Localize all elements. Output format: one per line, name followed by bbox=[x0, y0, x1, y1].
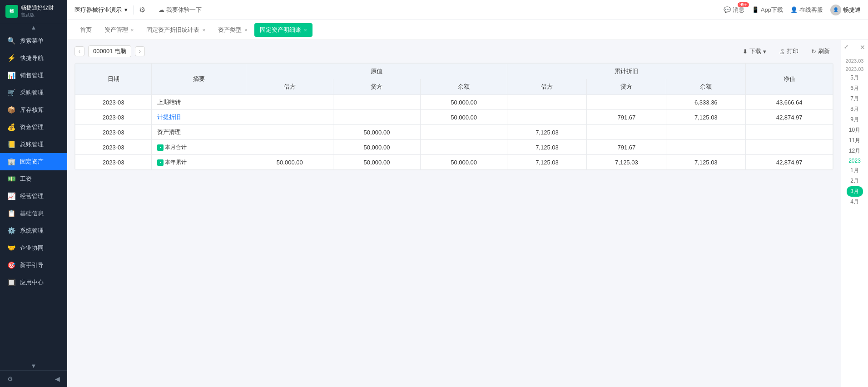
sidebar-item-sales[interactable]: 📊 销售管理 bbox=[0, 67, 67, 84]
sidebar-scroll-down[interactable]: ▼ bbox=[0, 361, 67, 370]
topbar-divider2 bbox=[151, 5, 151, 15]
sidebar-item-quicknav[interactable]: ⚡ 快捷导航 bbox=[0, 50, 67, 67]
timeline-panel: ✕ ⤢ 2023.03 2023.03 5月6月7月8月9月10月11月12月 … bbox=[841, 40, 868, 387]
settings-icon[interactable]: ⚙ bbox=[7, 375, 13, 382]
user-profile[interactable]: 👤 畅捷通 bbox=[830, 5, 861, 15]
td-summary: ▪本月合计 bbox=[152, 140, 246, 155]
next-asset-button[interactable]: › bbox=[135, 46, 145, 56]
timeline-year-2023-label[interactable]: 2023 bbox=[841, 156, 868, 165]
tab-depreciation-stat-label: 固定资产折旧统计表 bbox=[146, 26, 199, 34]
timeline-month-8月[interactable]: 8月 bbox=[849, 104, 860, 114]
table-row: 2023-03 ▪本月合计 50,000.00 7,125.03 791.67 bbox=[75, 140, 833, 155]
tab-asset-type[interactable]: 资产类型 × bbox=[213, 23, 253, 37]
tab-asset-type-close[interactable]: × bbox=[244, 27, 247, 33]
sidebar-item-fund[interactable]: 💰 资金管理 bbox=[0, 119, 67, 136]
download-button[interactable]: ⬇ 下载 ▾ bbox=[739, 45, 770, 57]
sidebar-nav: 🔍 搜索菜单 ⚡ 快捷导航 📊 销售管理 🛒 采购管理 📦 库存核算 💰 资金管… bbox=[0, 32, 67, 361]
tab-asset-mgmt-close[interactable]: × bbox=[131, 27, 134, 33]
tab-asset-mgmt[interactable]: 资产管理 × bbox=[99, 23, 139, 37]
content-main: ‹ 000001 电脑 › ⬇ 下载 ▾ 🖨 打印 ↻ 刷新 bbox=[67, 40, 841, 387]
timeline-month-7月[interactable]: 7月 bbox=[849, 94, 860, 104]
td-ov-credit: 50,000.00 bbox=[333, 125, 421, 140]
topbar-setting-icon[interactable]: ⚙ bbox=[139, 5, 145, 14]
timeline-month-2月[interactable]: 2月 bbox=[847, 176, 863, 186]
tab-depreciation-stat[interactable]: 固定资产折旧统计表 × bbox=[141, 23, 210, 37]
sidebar-item-guide[interactable]: 🎯 新手引导 bbox=[0, 257, 67, 274]
avatar: 👤 bbox=[830, 5, 841, 15]
sidebar-scroll-up[interactable]: ▲ bbox=[0, 23, 67, 32]
timeline-month-11月[interactable]: 11月 bbox=[849, 135, 860, 146]
print-button[interactable]: 🖨 打印 bbox=[775, 45, 802, 57]
td-ov-balance bbox=[420, 125, 507, 140]
online-service-button[interactable]: 👤 在线客服 bbox=[790, 6, 823, 14]
timeline-year-current-1: 2023.03 bbox=[846, 58, 864, 64]
refresh-button[interactable]: ↻ 刷新 bbox=[808, 45, 833, 57]
td-ad-credit: 791.67 bbox=[587, 140, 666, 155]
sidebar-item-general[interactable]: 📒 总账管理 bbox=[0, 136, 67, 153]
tab-depreciation-stat-close[interactable]: × bbox=[202, 27, 205, 33]
sidebar-item-fixedasset[interactable]: 🏢 固定资产 bbox=[0, 153, 67, 170]
timeline-month-6月[interactable]: 6月 bbox=[849, 83, 860, 94]
sidebar-item-label-quicknav: 快捷导航 bbox=[20, 54, 44, 62]
td-ad-credit: 791.67 bbox=[587, 110, 666, 125]
experience-label: 我要体验一下 bbox=[166, 6, 202, 14]
enterprise-icon: 🤝 bbox=[7, 244, 15, 252]
experience-button[interactable]: ☁ 我要体验一下 bbox=[159, 6, 202, 14]
timeline-expand-button[interactable]: ⤢ bbox=[844, 44, 848, 50]
inventory-icon: 📦 bbox=[7, 106, 15, 114]
sidebar-item-enterprise[interactable]: 🤝 企业协同 bbox=[0, 239, 67, 257]
username: 畅捷通 bbox=[843, 6, 861, 14]
ledger-table-container: 日期 摘要 原值 累计折旧 净值 借方 贷方 余额 借方 贷方 余额 bbox=[74, 63, 833, 170]
timeline-month-9月[interactable]: 9月 bbox=[849, 114, 860, 125]
download-dropdown-icon: ▾ bbox=[763, 48, 766, 55]
content-area: ‹ 000001 电脑 › ⬇ 下载 ▾ 🖨 打印 ↻ 刷新 bbox=[67, 40, 868, 387]
tab-asset-ledger-close[interactable]: × bbox=[304, 27, 307, 33]
experience-icon: ☁ bbox=[159, 6, 164, 13]
asset-navigation-bar: ‹ 000001 电脑 › ⬇ 下载 ▾ 🖨 打印 ↻ 刷新 bbox=[74, 45, 833, 57]
sidebar-item-label-purchase: 采购管理 bbox=[20, 89, 44, 97]
app-download-button[interactable]: 📱 App下载 bbox=[752, 6, 783, 14]
sidebar-item-inventory[interactable]: 📦 库存核算 bbox=[0, 101, 67, 119]
tab-asset-ledger[interactable]: 固定资产明细账 × bbox=[254, 23, 312, 37]
timeline-month-12月[interactable]: 12月 bbox=[849, 146, 860, 156]
refresh-label: 刷新 bbox=[818, 47, 830, 55]
sidebar-item-basic[interactable]: 📋 基础信息 bbox=[0, 205, 67, 222]
td-ad-balance: 7,125.03 bbox=[666, 155, 746, 170]
td-net-value: 43,666.64 bbox=[746, 95, 833, 110]
prev-asset-button[interactable]: ‹ bbox=[74, 46, 84, 56]
tab-home[interactable]: 首页 bbox=[74, 23, 97, 37]
th-ov-balance: 余额 bbox=[420, 79, 507, 95]
collapse-sidebar-icon[interactable]: ◀ bbox=[55, 375, 60, 382]
sidebar-item-operation[interactable]: 📈 经营管理 bbox=[0, 188, 67, 205]
th-original-value: 原值 bbox=[246, 64, 507, 79]
sidebar-item-salary[interactable]: 💵 工资 bbox=[0, 170, 67, 188]
th-ov-credit: 贷方 bbox=[333, 79, 421, 95]
summary-link[interactable]: 计提折旧 bbox=[157, 114, 181, 120]
timeline-close-button[interactable]: ✕ bbox=[860, 44, 865, 51]
td-ad-credit: 7,125.03 bbox=[587, 155, 666, 170]
fixedasset-icon: 🏢 bbox=[7, 158, 15, 166]
table-row: 2023-03 资产清理 50,000.00 7,125.03 bbox=[75, 125, 833, 140]
timeline-month-5月[interactable]: 5月 bbox=[849, 73, 860, 83]
th-date: 日期 bbox=[75, 64, 152, 95]
timeline-month-3月[interactable]: 3月 bbox=[847, 186, 863, 197]
sidebar-item-apps[interactable]: 🔲 应用中心 bbox=[0, 274, 67, 291]
service-icon: 👤 bbox=[790, 6, 798, 13]
sidebar-item-purchase[interactable]: 🛒 采购管理 bbox=[0, 84, 67, 101]
timeline-month-1月[interactable]: 1月 bbox=[847, 165, 863, 176]
refresh-icon: ↻ bbox=[811, 48, 816, 55]
sidebar-item-label-search: 搜索菜单 bbox=[20, 37, 44, 45]
sidebar-item-search[interactable]: 🔍 搜索菜单 bbox=[0, 32, 67, 50]
td-ad-debit: 7,125.03 bbox=[507, 140, 587, 155]
tab-asset-type-label: 资产类型 bbox=[218, 26, 242, 34]
topbar-divider bbox=[133, 5, 134, 15]
sidebar-item-label-inventory: 库存核算 bbox=[20, 106, 44, 114]
download-icon: ⬇ bbox=[743, 48, 748, 55]
app-icon: 📱 bbox=[752, 6, 759, 13]
company-selector[interactable]: 医疗器械行业演示 ▾ bbox=[74, 6, 128, 14]
messages-button[interactable]: 💬 消息 99+ bbox=[724, 6, 744, 14]
sidebar-item-system[interactable]: ⚙️ 系统管理 bbox=[0, 222, 67, 239]
timeline-month-10月[interactable]: 10月 bbox=[849, 125, 860, 135]
timeline-month-4月[interactable]: 4月 bbox=[847, 197, 863, 207]
td-ov-balance: 50,000.00 bbox=[420, 95, 507, 110]
